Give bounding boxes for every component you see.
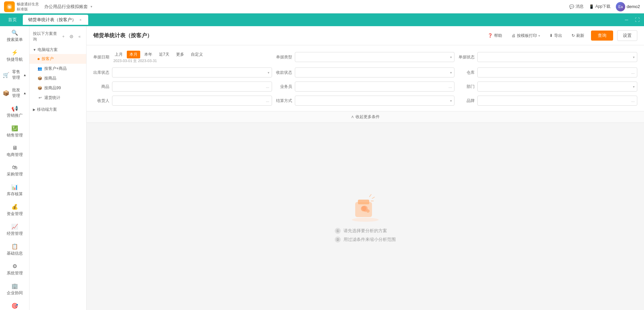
settle-method-control[interactable]: ▾ bbox=[295, 96, 455, 106]
help-btn[interactable]: ❓ 帮助 bbox=[485, 32, 505, 40]
sidebar-item-purchase[interactable]: 🛍 采购管理 bbox=[0, 161, 29, 180]
goods-dots: ... bbox=[266, 84, 269, 89]
salesperson-label: 业务员 bbox=[276, 84, 292, 90]
svg-text:畅: 畅 bbox=[8, 5, 11, 9]
scheme-item-by-customer-goods[interactable]: 👥 按客户+商品 bbox=[30, 64, 86, 73]
download-icon: 📱 bbox=[589, 4, 594, 9]
app-download-btn[interactable]: 📱 App下载 bbox=[589, 4, 610, 9]
scheme-item-label: 退货统计 bbox=[44, 95, 60, 101]
doc-type-arrow: ▾ bbox=[450, 55, 452, 59]
date-tab-last-month[interactable]: 上月 bbox=[112, 51, 125, 58]
tab-sales-stat[interactable]: 销货单统计表（按客户） × bbox=[23, 15, 88, 25]
warehouse-select[interactable] bbox=[477, 67, 637, 78]
sidebar-item-wholesale[interactable]: 📦 批发管理 ▲ bbox=[0, 84, 29, 102]
goods-label: 商品 bbox=[93, 84, 109, 90]
sidebar-item-marketing[interactable]: 📢 营销推广 bbox=[0, 102, 29, 122]
content-area: 销货单统计表（按客户） ❓ 帮助 🖨 按模板打印 ▾ ⬇ 导出 ↻ 刷新 bbox=[87, 26, 644, 310]
scheme-item-label: 按客户+商品 bbox=[44, 66, 67, 71]
mobile-section-label: 移动端方案 bbox=[37, 107, 57, 112]
sidebar-item-operation[interactable]: 📈 经营管理 bbox=[0, 220, 29, 240]
settle-method-select[interactable] bbox=[295, 96, 455, 106]
date-tab-last-7[interactable]: 近7天 bbox=[156, 51, 172, 58]
second-sidebar: 按以下方案查询 + « ▼ 电脑端方案 按客户 👥 按客户+商品 bbox=[30, 26, 87, 310]
sidebar-item-quick-nav[interactable]: ⚡ 快捷导航 bbox=[0, 46, 29, 66]
sidebar-item-enterprise[interactable]: 🏢 企业协同 bbox=[0, 279, 29, 299]
tab-close-btn[interactable]: × bbox=[78, 17, 83, 22]
scheme-collapse-btn[interactable]: « bbox=[76, 33, 83, 40]
sidebar-item-system[interactable]: ⚙ 系统管理 bbox=[0, 260, 29, 279]
scheme-settings-btn[interactable] bbox=[68, 33, 75, 40]
desktop-section-arrow: ▼ bbox=[33, 48, 36, 52]
date-tab-this-month[interactable]: 本月 bbox=[127, 51, 140, 58]
help-icon: ❓ bbox=[488, 33, 493, 38]
mobile-scheme-header[interactable]: ▶ 移动端方案 bbox=[30, 105, 86, 114]
scheme-add-btn[interactable]: + bbox=[60, 33, 67, 40]
export-btn[interactable]: ⬇ 导出 bbox=[547, 32, 565, 40]
doc-type-control[interactable]: ▾ bbox=[295, 52, 455, 62]
tip-num-2: ② bbox=[335, 237, 341, 243]
dept-arrow: ▾ bbox=[633, 85, 635, 89]
receipt-status-filter-item: 收款状态 ▾ bbox=[276, 67, 455, 78]
template-print-btn[interactable]: 🖨 按模板打印 ▾ bbox=[509, 32, 543, 40]
system-dropdown[interactable]: ▾ bbox=[91, 5, 92, 8]
scheme-item-by-goods-99[interactable]: 📦 按商品99 bbox=[30, 83, 86, 93]
salesperson-control[interactable]: ... bbox=[295, 82, 455, 92]
enterprise-icon: 🏢 bbox=[11, 283, 18, 289]
receipt-status-select[interactable] bbox=[295, 67, 455, 78]
desktop-scheme-header[interactable]: ▼ 电脑端方案 bbox=[30, 46, 86, 54]
sidebar-item-newbie[interactable]: 🎯 新手引导 bbox=[0, 299, 29, 310]
tip-text-2: 用过滤条件来缩小分析范围 bbox=[343, 237, 396, 243]
doc-status-select[interactable] bbox=[477, 52, 637, 62]
receiver-control[interactable]: ... bbox=[112, 96, 272, 106]
sidebar-item-search[interactable]: 🔍 搜索菜单 bbox=[0, 26, 29, 46]
refresh-btn[interactable]: ↻ 刷新 bbox=[569, 32, 587, 40]
sidebar-item-sales[interactable]: 💹 销售管理 bbox=[0, 122, 29, 142]
scheme-item-by-goods[interactable]: 📦 按商品 bbox=[30, 73, 86, 83]
receiver-select[interactable] bbox=[112, 96, 272, 106]
receiver-label: 收货人 bbox=[93, 98, 109, 104]
user-area[interactable]: Ea demo2 bbox=[616, 2, 640, 11]
doc-type-select[interactable] bbox=[295, 52, 455, 62]
collapse-bar[interactable]: ∧ 收起更多条件 bbox=[87, 111, 644, 123]
empty-tips: ① 请先选择要分析的方案 ② 用过滤条件来缩小分析范围 bbox=[335, 228, 396, 243]
collapse-label: 收起更多条件 bbox=[356, 114, 380, 119]
tab-home[interactable]: 首页 bbox=[3, 15, 22, 25]
scheme-header: 按以下方案查询 + « bbox=[30, 29, 86, 44]
date-tab-more[interactable]: 更多 bbox=[173, 51, 187, 58]
settle-method-filter-item: 结算方式 ▾ bbox=[276, 96, 455, 106]
date-tab-custom[interactable]: 自定义 bbox=[188, 51, 206, 58]
filter-row-2: 出库状态 ▾ 收款状态 ▾ 仓库 bbox=[93, 67, 637, 78]
goods-control[interactable]: ... bbox=[112, 82, 272, 92]
scheme-item-return-stat[interactable]: ↩ 退货统计 bbox=[30, 93, 86, 103]
sidebar-item-finance[interactable]: 💰 资金管理 bbox=[0, 200, 29, 220]
main-layout: 🔍 搜索菜单 ⚡ 快捷导航 🛒 零售管理 ▲ 📦 批发管理 ▲ 📢 营销推广 💹… bbox=[0, 26, 644, 310]
doc-status-control[interactable]: ▾ bbox=[477, 52, 637, 62]
salesperson-select[interactable] bbox=[295, 82, 455, 92]
brand-control[interactable]: ... bbox=[477, 96, 637, 106]
goods-select[interactable] bbox=[112, 82, 272, 92]
filter-area: 单据日期 上月 本月 本年 近7天 更多 自定义 bbox=[87, 45, 644, 111]
settle-method-arrow: ▾ bbox=[450, 99, 452, 103]
settings-btn[interactable]: 设置 bbox=[617, 30, 637, 41]
tab-minimize-btn[interactable]: ─ bbox=[623, 16, 631, 24]
brand-select[interactable] bbox=[477, 96, 637, 106]
dept-select[interactable] bbox=[477, 82, 637, 92]
query-btn[interactable]: 查询 bbox=[591, 31, 613, 41]
warehouse-control[interactable]: ... bbox=[477, 67, 637, 78]
out-status-select[interactable] bbox=[112, 67, 272, 78]
scheme-item-by-customer[interactable]: 按客户 bbox=[30, 54, 86, 64]
sidebar-item-inventory[interactable]: 📊 库存核算 bbox=[0, 180, 29, 200]
goods-filter-item: 商品 ... bbox=[93, 82, 272, 92]
out-status-control[interactable]: ▾ bbox=[112, 67, 272, 78]
date-tab-this-year[interactable]: 本年 bbox=[142, 51, 155, 58]
dept-control[interactable]: ▾ bbox=[477, 82, 637, 92]
mobile-scheme-section: ▶ 移动端方案 bbox=[30, 104, 86, 115]
tab-maximize-btn[interactable]: ⛶ bbox=[633, 16, 641, 24]
sidebar-item-basic[interactable]: 📋 基础信息 bbox=[0, 240, 29, 260]
receipt-status-control[interactable]: ▾ bbox=[295, 67, 455, 78]
sidebar-item-ecom[interactable]: 🖥 电商管理 bbox=[0, 142, 29, 161]
sidebar-item-retail[interactable]: 🛒 零售管理 ▲ bbox=[0, 66, 29, 84]
message-btn[interactable]: 💬 消息 bbox=[569, 4, 584, 9]
operation-icon: 📈 bbox=[11, 223, 18, 230]
inventory-icon: 📊 bbox=[11, 184, 18, 190]
